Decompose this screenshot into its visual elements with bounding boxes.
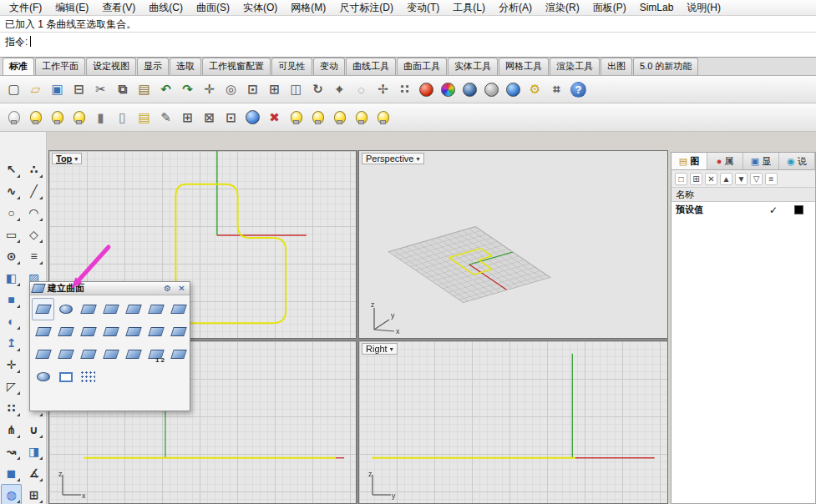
menu-solid[interactable]: 实体(O) [237,0,283,16]
toolbar-icon-grid-options[interactable]: ⊞ [177,107,198,128]
menu-surface[interactable]: 曲面(S) [190,0,236,16]
dock-icon-curve-tools[interactable]: ↝ [1,441,22,461]
palette-tool-srf-network[interactable] [99,298,122,320]
viewport-top-label[interactable]: Top ▾ [52,153,82,164]
toolbar-icon-planar-mode[interactable]: ⊡ [220,107,241,128]
tab-transform[interactable]: 变动 [313,58,345,75]
dock-icon-boolean[interactable]: ◐ [1,310,22,331]
toolbar-icon-pan[interactable]: ✛ [199,79,220,100]
viewport-right-label[interactable]: Right ▾ [362,343,398,355]
menu-view[interactable]: 查看(V) [96,0,141,16]
viewport-right[interactable]: Right ▾ z y [358,340,668,504]
toolbar-icon-help[interactable]: ? [570,82,586,98]
tab-standard[interactable]: 标准 [3,58,34,75]
layer-row-default[interactable]: 预设值 ✓ [672,202,815,218]
menu-curve[interactable]: 曲线(C) [143,0,189,16]
toolbar-icon-bulb-2[interactable] [307,107,328,128]
toolbar-icon-open-file[interactable]: ▱ [25,79,46,100]
toolbar-icon-edit-layers[interactable]: ✎ [155,107,176,128]
dock-icon-visibility[interactable]: ◍ [1,484,22,504]
dock-icon-curve[interactable]: ∿ [1,180,22,201]
surface-creation-palette[interactable]: 建立曲面 ⚙ ✕ [29,281,190,411]
dock-icon-rectangle[interactable]: ▭ [1,224,22,244]
dock-icon-scale[interactable]: ◸ [1,375,22,396]
toolbar-icon-move[interactable]: ✢ [373,79,393,100]
tab-render-tools[interactable]: 渲染工具 [550,58,600,75]
palette-title-bar[interactable]: 建立曲面 ⚙ ✕ [30,282,190,295]
dock-icon-offset[interactable]: ≡ [23,245,44,266]
layers-toolbar-icon-new-layer[interactable]: □ [675,173,687,185]
menu-analyze[interactable]: 分析(A) [493,0,538,16]
palette-tool-loft[interactable] [77,298,99,320]
palette-tool-picture-frame[interactable] [54,365,77,388]
tab-drafting[interactable]: 出图 [601,58,632,75]
menu-simlab[interactable]: SimLab [634,1,680,14]
menu-edit[interactable]: 编辑(E) [49,0,94,16]
palette-tool-fillet-srf[interactable] [54,343,77,365]
toolbar-icon-copy[interactable]: ⧉ [112,79,133,100]
toolbar-icon-selection-filter[interactable] [246,110,260,124]
close-icon[interactable]: ✕ [176,283,187,294]
tab-solid-tools[interactable]: 实体工具 [448,58,498,75]
toolbar-icon-copy-object[interactable]: ∷ [394,79,415,100]
menu-mesh[interactable]: 网格(M) [285,0,332,16]
tab-visibility[interactable]: 可见性 [271,58,312,75]
toolbar-icon-disable-filter[interactable]: ✖ [264,107,285,128]
palette-tool-srf-3pt[interactable] [32,298,54,320]
menu-file[interactable]: 文件(F) [3,0,48,16]
toolbar-icon-shaded-view[interactable] [463,83,477,97]
tab-set-view[interactable]: 设定视图 [86,58,136,75]
toolbar-icon-zoom-extents[interactable]: ⊞ [264,79,285,100]
panel-tab-properties[interactable]: ● 属 [707,153,743,169]
menu-tools[interactable]: 工具(L) [447,0,491,16]
menu-help[interactable]: 说明(H) [681,0,727,16]
toolbar-icon-save[interactable]: ▣ [47,79,68,100]
dock-icon-polygon[interactable]: ◇ [23,224,44,244]
tab-surface-tools[interactable]: 曲面工具 [397,58,447,75]
toolbar-icon-zoom-window[interactable]: ⊡ [242,79,263,100]
toolbar-icon-options[interactable]: ⚙ [525,79,545,100]
dock-icon-polyline[interactable]: ╱ [23,180,44,201]
toolbar-icon-rotate-view[interactable]: ↻ [307,79,328,100]
dock-icon-split[interactable]: ⋔ [1,419,22,440]
palette-tool-extrude-to-point[interactable] [99,320,122,343]
toolbar-icon-print[interactable]: ⊟ [68,79,89,100]
menu-render[interactable]: 渲染(R) [540,0,585,16]
toolbar-icon-bulb-5[interactable] [373,107,393,128]
palette-tool-srf-pt-grid[interactable]: 1 2 [144,343,167,365]
toolbar-icon-one-layer-on[interactable] [68,107,89,128]
palette-tool-cone-srf[interactable] [122,343,144,365]
toolbar-icon-lock-layer[interactable]: ▮ [90,107,111,128]
tab-select[interactable]: 选取 [170,58,201,75]
dock-icon-select[interactable]: ↖ [1,159,22,179]
dock-icon-extrude[interactable]: ↥ [1,332,22,353]
dock-icon-box[interactable]: ■ [1,289,22,310]
toolbar-icon-bulb-3[interactable] [329,107,350,128]
dock-icon-join[interactable]: ∪ [23,419,44,440]
palette-tool-revolve[interactable] [122,298,144,320]
dock-icon-solid-tools[interactable]: ◼ [1,462,22,483]
palette-tool-extrude-straight[interactable] [54,320,77,343]
panel-tab-help[interactable]: ◉ 说 [779,153,815,169]
toolbar-icon-layer-state[interactable] [3,107,24,128]
layer-color-swatch[interactable] [794,205,803,214]
menu-transform[interactable]: 变动(T) [401,0,445,16]
tab-new-in-v5[interactable]: 5.0 的新功能 [633,58,698,75]
toolbar-icon-bulb-1[interactable] [286,107,307,128]
layers-toolbar-icon-new-sublayer[interactable]: ⊞ [690,173,702,185]
palette-tool-heightfield[interactable] [167,343,190,365]
tab-mesh-tools[interactable]: 网格工具 [499,58,549,75]
dock-icon-analyze[interactable]: ∡ [23,462,44,483]
dock-icon-points[interactable]: ∴ [23,159,44,179]
tab-display[interactable]: 显示 [137,58,169,75]
toolbar-icon-render[interactable] [419,83,433,97]
toolbar-icon-undo[interactable]: ↶ [155,79,176,100]
panel-tab-display[interactable]: ▣ 显 [743,153,779,169]
viewport-perspective-label[interactable]: Perspective ▾ [362,153,424,164]
palette-tool-ribbon[interactable] [122,320,144,343]
dock-icon-array[interactable]: ∷ [1,397,22,418]
toolbar-icon-align[interactable]: ⌗ [546,79,567,100]
toolbar-icon-layer-on[interactable] [25,107,46,128]
toolbar-icon-bulb-4[interactable] [351,107,372,128]
palette-tool-drape[interactable] [32,343,54,365]
